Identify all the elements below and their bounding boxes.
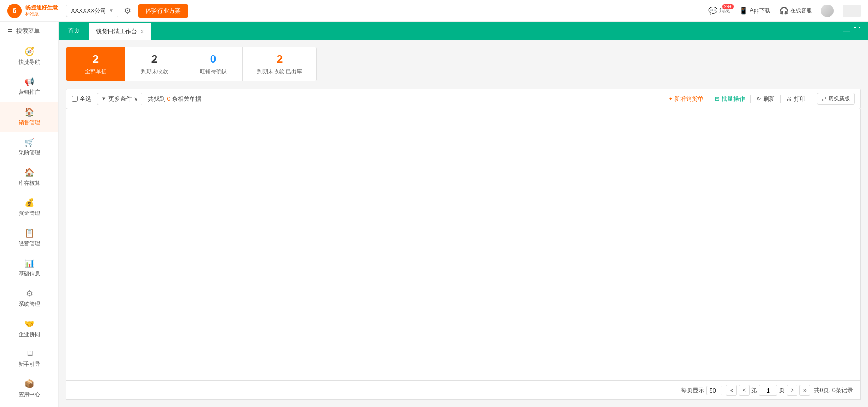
stat-card-overdue[interactable]: 2 到期未收款 bbox=[125, 47, 184, 81]
sidebar-item-enterprise[interactable]: 🤝 企业协同 bbox=[0, 313, 58, 344]
headset-icon: 🎧 bbox=[779, 6, 788, 15]
sidebar-item-purchase[interactable]: 🛒 采购管理 bbox=[0, 132, 58, 162]
sidebar-label-quick-nav: 快捷导航 bbox=[19, 58, 40, 66]
compass-icon: 🧭 bbox=[24, 47, 34, 56]
print-label: 打印 bbox=[794, 95, 806, 103]
select-all-input[interactable] bbox=[72, 96, 78, 102]
stat-card-pending[interactable]: 0 旺铺待确认 bbox=[184, 47, 243, 81]
company-selector[interactable]: XXXXXX公司 ▼ bbox=[66, 5, 118, 17]
last-page-button[interactable]: » bbox=[799, 385, 810, 396]
online-service-item[interactable]: 🎧 在线客服 bbox=[779, 6, 812, 15]
sidebar-item-sales[interactable]: 🏠 销售管理 bbox=[0, 102, 58, 132]
operation-icon: 📋 bbox=[24, 228, 34, 238]
sidebar-item-finance[interactable]: 💰 资金管理 bbox=[0, 192, 58, 223]
settings-icon[interactable]: ⚙ bbox=[124, 6, 131, 16]
stat-number-overdue-shipped: 2 bbox=[277, 53, 283, 66]
print-icon: 🖨 bbox=[786, 95, 792, 102]
filter-dropdown-icon: ∨ bbox=[134, 95, 138, 102]
logo-area: 6 畅捷通好生意 标准版 bbox=[7, 4, 66, 18]
message-badge: 99+ bbox=[722, 4, 734, 9]
stat-card-overdue-shipped[interactable]: 2 到期未收款 已出库 bbox=[243, 47, 316, 81]
main-content: 首页 钱货日清工作台 × — ⛶ 2 全部单据 2 到期未收款 bbox=[59, 22, 868, 407]
sidebar-item-operation[interactable]: 📋 经营管理 bbox=[0, 223, 58, 253]
appstore-icon: 📦 bbox=[24, 379, 34, 389]
print-button[interactable]: 🖨 打印 bbox=[786, 95, 806, 103]
tab-active[interactable]: 钱货日清工作台 × bbox=[89, 23, 151, 41]
enterprise-icon: 🤝 bbox=[24, 319, 34, 329]
stat-label-all: 全部单据 bbox=[85, 68, 107, 75]
tab-maximize-button[interactable]: ⛶ bbox=[854, 27, 861, 35]
stat-label-pending: 旺铺待确认 bbox=[200, 68, 227, 75]
sidebar-item-appstore[interactable]: 📦 应用中心 bbox=[0, 374, 58, 404]
batch-label: 批量操作 bbox=[722, 95, 745, 103]
sidebar-item-basic[interactable]: 📊 基础信息 bbox=[0, 253, 58, 283]
tab-home-label: 首页 bbox=[68, 27, 80, 35]
sidebar-label-inventory: 库存核算 bbox=[19, 179, 40, 187]
sales-icon: 🏠 bbox=[24, 107, 34, 117]
refresh-icon: ↻ bbox=[756, 95, 761, 102]
page-number-input[interactable] bbox=[759, 385, 777, 396]
basic-icon: 📊 bbox=[24, 258, 34, 268]
next-page-button[interactable]: > bbox=[787, 385, 797, 396]
avatar[interactable] bbox=[821, 5, 834, 17]
refresh-button[interactable]: ↻ 刷新 bbox=[756, 95, 775, 103]
top-header: 6 畅捷通好生意 标准版 XXXXXX公司 ▼ ⚙ 体验行业方案 💬 消息 99… bbox=[0, 0, 868, 22]
online-service-label: 在线客服 bbox=[790, 7, 812, 14]
switch-icon: ⇄ bbox=[822, 96, 826, 102]
select-all-checkbox[interactable]: 全选 bbox=[72, 95, 91, 103]
tab-bar: 首页 钱货日清工作台 × — ⛶ bbox=[59, 22, 868, 40]
total-info: 共0页, 0条记录 bbox=[814, 386, 853, 394]
tab-active-label: 钱货日清工作台 bbox=[96, 28, 137, 36]
page-size-dropdown[interactable]: 50 100 200 bbox=[706, 386, 722, 395]
sidebar-item-inventory[interactable]: 🏠 库存核算 bbox=[0, 162, 58, 192]
tab-minimize-button[interactable]: — bbox=[843, 27, 850, 35]
filter-icon: ▼ bbox=[101, 95, 107, 102]
system-icon: ⚙ bbox=[26, 289, 33, 299]
content-area: 2 全部单据 2 到期未收款 0 旺铺待确认 2 到期未收款 已出库 bbox=[59, 40, 868, 407]
first-page-button[interactable]: « bbox=[726, 385, 737, 396]
company-dropdown-arrow: ▼ bbox=[109, 8, 113, 13]
sidebar-label-operation: 经营管理 bbox=[19, 240, 40, 248]
logo-sub: 标准版 bbox=[25, 11, 58, 17]
sidebar-item-quick-nav[interactable]: 🧭 快捷导航 bbox=[0, 41, 58, 71]
sidebar-label-guide: 新手引导 bbox=[19, 360, 40, 368]
page-label: 第 bbox=[751, 386, 757, 394]
sidebar-item-system[interactable]: ⚙ 系统管理 bbox=[0, 283, 58, 313]
marketing-icon: 📢 bbox=[24, 77, 34, 87]
search-menu-item[interactable]: ☰ 搜索菜单 bbox=[0, 22, 58, 41]
select-all-label: 全选 bbox=[80, 95, 91, 103]
tab-home[interactable]: 首页 bbox=[59, 22, 89, 40]
new-sales-order-button[interactable]: + 新增销货单 bbox=[669, 95, 703, 103]
logo-icon: 6 bbox=[7, 4, 22, 18]
logo-title: 畅捷通好生意 bbox=[25, 5, 58, 11]
guide-icon: 🖥 bbox=[25, 349, 33, 359]
found-count: 0 bbox=[167, 95, 170, 102]
search-menu-label: 搜索菜单 bbox=[16, 27, 40, 35]
page-suffix: 页 bbox=[779, 386, 785, 394]
app-download-icon: 📱 bbox=[739, 6, 748, 15]
stat-number-all: 2 bbox=[93, 53, 99, 66]
batch-operations-button[interactable]: ⊞ 批量操作 bbox=[715, 95, 745, 103]
sidebar-label-marketing: 营销推广 bbox=[19, 89, 40, 96]
toolbar-right: + 新增销货单 ⊞ 批量操作 ↻ 刷新 🖨 打印 bbox=[669, 93, 855, 105]
sidebar-label-enterprise: 企业协同 bbox=[19, 331, 40, 338]
sidebar-label-sales: 销售管理 bbox=[19, 119, 40, 126]
sidebar-label-appstore: 应用中心 bbox=[19, 391, 40, 398]
sidebar-label-purchase: 采购管理 bbox=[19, 149, 40, 157]
tab-close-icon[interactable]: × bbox=[141, 28, 144, 35]
pagination-bar: 每页显示 50 100 200 « < 第 页 > » 共0页, 0条记 bbox=[66, 381, 861, 400]
trial-button[interactable]: 体验行业方案 bbox=[138, 4, 188, 18]
app-download-item[interactable]: 📱 App下载 bbox=[739, 6, 770, 15]
sidebar-item-guide[interactable]: 🖥 新手引导 bbox=[0, 344, 58, 374]
more-filter-button[interactable]: ▼ 更多条件 ∨ bbox=[97, 93, 142, 105]
message-item[interactable]: 💬 消息 99+ bbox=[708, 6, 730, 15]
switch-version-button[interactable]: ⇄ 切换新版 bbox=[817, 93, 855, 105]
toolbar: 全选 ▼ 更多条件 ∨ 共找到 0 条相关单据 + 新增销货单 ⊞ bbox=[66, 89, 861, 109]
prev-page-button[interactable]: < bbox=[739, 385, 750, 396]
logo-text: 畅捷通好生意 标准版 bbox=[25, 5, 58, 16]
table-area bbox=[66, 109, 861, 381]
stat-card-all[interactable]: 2 全部单据 bbox=[66, 47, 125, 81]
sidebar-item-marketing[interactable]: 📢 营销推广 bbox=[0, 71, 58, 102]
page-size-label: 每页显示 bbox=[681, 386, 704, 394]
sidebar-item-wechat[interactable]: 💬 企业微信 bbox=[0, 404, 58, 407]
